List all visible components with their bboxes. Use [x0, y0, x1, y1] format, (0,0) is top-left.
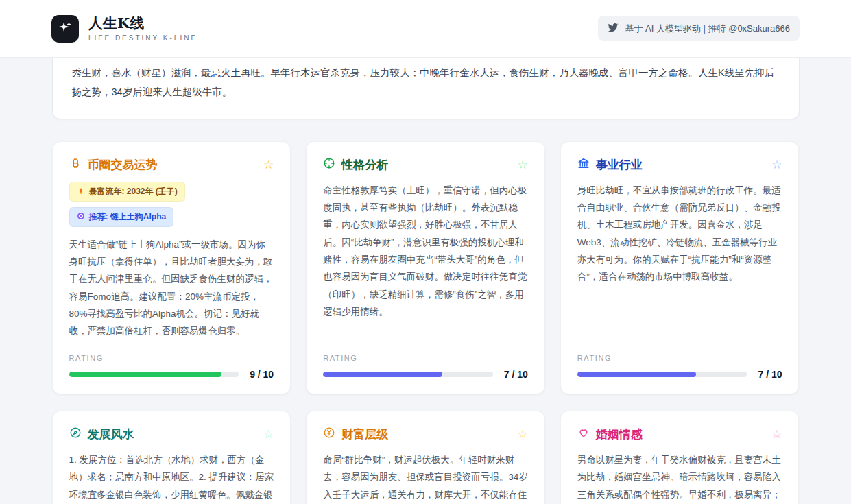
rating-label: RATING — [577, 354, 782, 362]
rating-section: RATING 9 / 10 — [69, 340, 274, 380]
rating-bar-track — [69, 372, 239, 377]
card-marriage: 婚姻情感 ☆ 男命以财星为妻，年干癸水偏财被克，且妻宫未土为比劫，婚姻宫坐忌神。… — [560, 411, 800, 504]
compass-circle-icon — [323, 157, 335, 173]
wealth-year-badge: 暴富流年: 2032年 (壬子) — [69, 182, 185, 202]
yuan-coin-icon — [323, 427, 335, 442]
card-wealth: 财富层级 ☆ 命局“群比争财”，财运起伏极大。年轻时财来财去，容易因为朋友、担保… — [306, 411, 545, 504]
card-title-text: 币圈交易运势 — [88, 157, 158, 173]
rating-section: RATING 7 / 10 — [323, 340, 528, 380]
card-personality-title-row: 性格分析 — [323, 157, 388, 173]
card-title-text: 婚姻情感 — [596, 427, 643, 442]
card-personality: 性格分析 ☆ 命主性格敦厚笃实（土旺），重信守诺，但内心极度固执，甚至有些执拗（… — [306, 141, 545, 394]
bitcoin-icon — [69, 157, 82, 173]
favorite-star-icon[interactable]: ☆ — [518, 159, 528, 171]
favorite-star-icon[interactable]: ☆ — [263, 159, 274, 171]
flame-icon — [77, 187, 85, 197]
heart-icon — [577, 427, 590, 442]
rating-bar-fill — [69, 372, 222, 377]
card-crypto-title-row: 币圈交易运势 — [69, 157, 158, 173]
wealth-year-badge-label: 暴富流年: 2032年 (壬子) — [89, 186, 178, 197]
app-title: 人生K线 — [88, 15, 197, 31]
sparkles-icon — [58, 20, 73, 38]
card-feng-shui: 发展风水 ☆ 1. 发展方位：首选北方（水地）求财，西方（金地）求名；忌南方和中… — [52, 411, 291, 504]
favorite-star-icon[interactable]: ☆ — [771, 429, 782, 440]
app-subtitle: LIFE DESTINY K-LINE — [88, 34, 197, 42]
card-body-text: 命主性格敦厚笃实（土旺），重信守诺，但内心极度固执，甚至有些执拗（比劫旺）。外表… — [323, 182, 528, 321]
card-title-text: 性格分析 — [341, 157, 388, 173]
crypto-badges: 暴富流年: 2032年 (壬子) 推荐: 链上土狗Alpha — [69, 182, 274, 227]
card-body-text: 1. 发展方位：首选北方（水地）求财，西方（金地）求名；忌南方和中原地区。2. … — [69, 451, 274, 504]
rating-bar-track — [323, 372, 493, 377]
app-logo — [51, 15, 79, 43]
destiny-summary-card: 秀生财，喜水（财星）滋润，最忌火土再旺。早年行木运官杀克身，压力较大；中晚年行金… — [52, 58, 800, 119]
card-body-text: 身旺比劫旺，不宜从事按部就班的行政工作。最适合自由职业、合伙生意（需防兄弟反目）… — [577, 182, 782, 286]
card-title-text: 事业行业 — [596, 157, 643, 173]
rating-bar-track — [577, 372, 747, 377]
destiny-summary-text: 秀生财，喜水（财星）滋润，最忌火土再旺。早年行木运官杀克身，压力较大；中晚年行金… — [72, 67, 775, 97]
card-career-title-row: 事业行业 — [577, 157, 643, 173]
analysis-card-grid: 币圈交易运势 ☆ 暴富流年: 2032年 (壬子) 推荐: 链上土狗Alpha — [52, 141, 800, 504]
coin-icon — [77, 212, 85, 222]
favorite-star-icon[interactable]: ☆ — [518, 429, 528, 440]
card-crypto-trading: 币圈交易运势 ☆ 暴富流年: 2032年 (壬子) 推荐: 链上土狗Alpha — [52, 141, 291, 394]
card-body-text: 天生适合做“链上土狗Alpha”或一级市场。因为你身旺抗压（拿得住单），且比劫旺… — [69, 236, 274, 340]
app-header: 人生K线 LIFE DESTINY K-LINE 基于 AI 大模型驱动 | 推… — [0, 0, 851, 58]
recommend-badge-label: 推荐: 链上土狗Alpha — [89, 211, 167, 223]
rating-section: RATING 7 / 10 — [577, 340, 782, 380]
twitter-badge-label: 基于 AI 大模型驱动 | 推特 @0xSakura666 — [625, 23, 790, 35]
card-body-text: 男命以财星为妻，年干癸水偏财被克，且妻宫未土为比劫，婚姻宫坐忌神。暗示情路坎坷，… — [577, 451, 782, 504]
main-content: 秀生财，喜水（财星）滋润，最忌火土再旺。早年行木运官杀克身，压力较大；中晚年行金… — [52, 58, 800, 504]
card-title-text: 发展风水 — [88, 427, 134, 442]
twitter-icon — [608, 22, 619, 35]
bank-icon — [577, 157, 590, 173]
card-wealth-title-row: 财富层级 — [323, 427, 388, 442]
favorite-star-icon[interactable]: ☆ — [263, 429, 274, 440]
feng-shui-compass-icon — [69, 427, 82, 442]
card-feng-shui-title-row: 发展风水 — [69, 427, 134, 442]
brand: 人生K线 LIFE DESTINY K-LINE — [51, 15, 197, 43]
rating-bar-fill — [323, 372, 442, 377]
card-body-text: 命局“群比争财”，财运起伏极大。年轻时财来财去，容易因为朋友、担保或盲目投资而亏… — [323, 451, 528, 504]
rating-label: RATING — [323, 354, 528, 362]
rating-value: 7 / 10 — [758, 369, 782, 380]
twitter-badge[interactable]: 基于 AI 大模型驱动 | 推特 @0xSakura666 — [598, 16, 800, 41]
rating-value: 7 / 10 — [504, 369, 528, 380]
rating-bar-fill — [577, 372, 696, 377]
card-marriage-title-row: 婚姻情感 — [577, 427, 643, 442]
card-title-text: 财富层级 — [341, 427, 388, 442]
favorite-star-icon[interactable]: ☆ — [771, 159, 782, 171]
recommend-badge: 推荐: 链上土狗Alpha — [69, 207, 174, 227]
rating-value: 9 / 10 — [250, 369, 274, 380]
card-career: 事业行业 ☆ 身旺比劫旺，不宜从事按部就班的行政工作。最适合自由职业、合伙生意（… — [560, 141, 800, 394]
rating-label: RATING — [69, 354, 274, 362]
